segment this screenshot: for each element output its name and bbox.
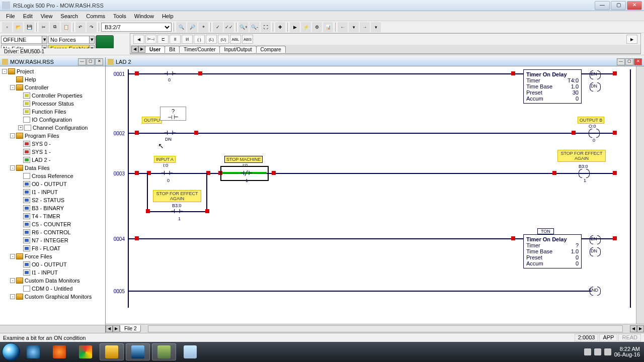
zoom-out-button[interactable]: 🔍- — [250, 22, 260, 32]
taskbar-ie[interactable] — [21, 343, 45, 360]
contact-xio-stop[interactable]: ⊣/⊢ — [240, 169, 252, 176]
output-coil-b[interactable] — [589, 129, 600, 137]
undo-button[interactable]: ↶ — [75, 22, 86, 32]
xic-icon[interactable]: ⅠⅠ — [170, 35, 181, 44]
tree-sys1[interactable]: SYS 1 - — [32, 149, 51, 155]
tree-n7[interactable]: N7 - INTEGER — [32, 237, 68, 243]
tree-project[interactable]: Project — [17, 68, 34, 74]
palette-right-arrow[interactable]: ▶ — [626, 35, 637, 44]
tree-hscroll[interactable] — [0, 325, 105, 333]
taskbar-chrome[interactable] — [73, 343, 98, 360]
fwd-button[interactable]: → — [360, 22, 370, 32]
taskbar-notepad[interactable] — [178, 343, 202, 360]
online-button[interactable]: ⚡ — [301, 22, 311, 32]
tree-controller[interactable]: Controller — [25, 84, 49, 90]
rung-icon[interactable]: ⊢⊣ — [145, 35, 156, 44]
tree-i1[interactable]: I1 - INPUT — [32, 189, 58, 195]
ton-instruction-1[interactable]: Timer On Delay TimerT4:0 Time Base1.0 Pr… — [523, 69, 582, 104]
taskbar-rslinx[interactable] — [100, 343, 124, 360]
address-combo[interactable]: B3:2/7 — [101, 23, 172, 32]
menu-edit[interactable]: Edit — [19, 12, 37, 20]
ton-instruction-2[interactable]: Timer On Delay Timer? Time Base1.0 Prese… — [523, 234, 582, 268]
tree-processor-status[interactable]: Processor Status — [32, 101, 74, 107]
verify-project-button[interactable]: ✓✓ — [224, 22, 234, 32]
copy-button[interactable]: ⧉ — [50, 22, 60, 32]
file-tab[interactable]: File 2 — [120, 325, 141, 332]
tree-force-i1[interactable]: I1 - INPUT — [32, 269, 58, 276]
xio-icon[interactable]: Ⅰ/Ⅰ — [182, 35, 193, 44]
rung-number[interactable]: 0001 — [109, 71, 125, 77]
ladder-close-button[interactable]: ✕ — [634, 58, 642, 65]
mode-status[interactable]: OFFLINE▾ — [1, 36, 47, 44]
abl-icon[interactable]: ABL — [230, 35, 241, 44]
tray-clock[interactable]: 8:22 AM 06-Aug-16 — [614, 346, 640, 357]
ladder-vscroll[interactable] — [636, 66, 644, 324]
back-button[interactable]: ← — [338, 22, 348, 32]
filetab-left[interactable]: ◀ — [106, 325, 113, 332]
ladder-min-button[interactable]: — — [617, 58, 625, 65]
otl-icon[interactable]: (L) — [206, 35, 217, 44]
tree-b3[interactable]: B3 - BINARY — [32, 205, 64, 211]
abs-icon[interactable]: ABS — [242, 35, 253, 44]
redo-button[interactable]: ↷ — [87, 22, 97, 32]
system-tray[interactable]: 8:22 AM 06-Aug-16 — [584, 346, 642, 357]
tree-t4[interactable]: T4 - TIMER — [32, 213, 60, 219]
open-button[interactable]: 📂 — [13, 22, 23, 32]
menu-comms[interactable]: Comms — [82, 12, 109, 20]
tabs-scroll-left[interactable]: ◀ — [131, 46, 138, 53]
start-button[interactable] — [2, 343, 20, 361]
paste-button[interactable]: 📋 — [61, 22, 71, 32]
ladder-hscroll[interactable] — [148, 325, 623, 332]
tree-c5[interactable]: C5 - COUNTER — [32, 221, 71, 227]
palette-left-arrow[interactable]: ◀ — [133, 35, 144, 44]
histogram-button[interactable]: 📊 — [323, 22, 333, 32]
tree-force-o0[interactable]: O0 - OUTPUT — [32, 261, 67, 267]
menu-help[interactable]: Help — [158, 12, 178, 20]
tree-cdm0[interactable]: CDM 0 - Untitled — [32, 286, 72, 292]
run-button[interactable]: ▶ — [290, 22, 300, 32]
tree-f8[interactable]: F8 - FLOAT — [32, 245, 60, 251]
goto-button[interactable]: ⌖ — [198, 22, 208, 32]
branch-icon[interactable]: ⊏ — [157, 35, 169, 44]
fit-button[interactable]: ⛶ — [261, 22, 271, 32]
window-maximize-button[interactable]: ▢ — [611, 1, 626, 10]
contact-xic[interactable]: ⊣ ⊢ — [164, 69, 176, 77]
find-next-button[interactable]: 🔎 — [187, 22, 197, 32]
project-tree[interactable]: -Project Help -Controller Controller Pro… — [0, 66, 105, 325]
tree-xref[interactable]: Cross Reference — [32, 173, 73, 179]
tab-compare[interactable]: Compare — [256, 46, 286, 53]
output-coil-stop[interactable] — [579, 169, 590, 177]
tree-channel-config[interactable]: Channel Configuration — [33, 125, 88, 131]
ladder-canvas[interactable]: 0001 ⊣ ⊢ 0 Timer On Delay TimerT4:0 Time… — [106, 66, 644, 324]
tree-s2[interactable]: S2 - STATUS — [32, 197, 64, 203]
tab-timer-counter[interactable]: Timer/Counter — [179, 46, 220, 53]
menu-window[interactable]: Window — [130, 12, 158, 20]
tree-function-files[interactable]: Function Files — [32, 109, 66, 115]
tab-bit[interactable]: Bit — [165, 46, 180, 53]
rung-number[interactable]: 0004 — [109, 236, 125, 242]
window-minimize-button[interactable]: — — [595, 1, 610, 10]
forces-status[interactable]: No Forces▾ — [48, 36, 95, 44]
window-close-button[interactable]: ✕ — [627, 1, 642, 10]
tree-cdm[interactable]: Custom Data Monitors — [25, 278, 79, 284]
ladder-max-button[interactable]: ▢ — [625, 58, 633, 65]
filetab-right[interactable]: ▶ — [113, 325, 120, 332]
menu-tools[interactable]: Tools — [109, 12, 130, 20]
verify-button[interactable]: ✓ — [213, 22, 223, 32]
taskbar-rslogix[interactable] — [152, 343, 176, 360]
contact-xic-stop-branch[interactable]: ⊣ ⊢ — [171, 207, 183, 215]
save-button[interactable]: 💾 — [24, 22, 34, 32]
tray-flag-icon[interactable] — [584, 348, 591, 355]
new-rung-button[interactable]: ✚ — [275, 22, 285, 32]
rung-number[interactable]: 0002 — [109, 131, 125, 136]
cut-button[interactable]: ✂ — [39, 22, 49, 32]
tree-close-button[interactable]: ✕ — [95, 58, 103, 65]
tree-o0[interactable]: O0 - OUTPUT — [32, 181, 67, 187]
tree-help[interactable]: Help — [25, 76, 36, 82]
tab-input-output[interactable]: Input/Output — [219, 46, 256, 53]
tree-cgm[interactable]: Custom Graphical Monitors — [25, 294, 92, 300]
tree-r6[interactable]: R6 - CONTROL — [32, 229, 71, 235]
hscroll-left[interactable]: ◀ — [630, 325, 637, 332]
tree-max-button[interactable]: ▢ — [87, 58, 95, 65]
zoom-in-button[interactable]: 🔍+ — [238, 22, 249, 32]
